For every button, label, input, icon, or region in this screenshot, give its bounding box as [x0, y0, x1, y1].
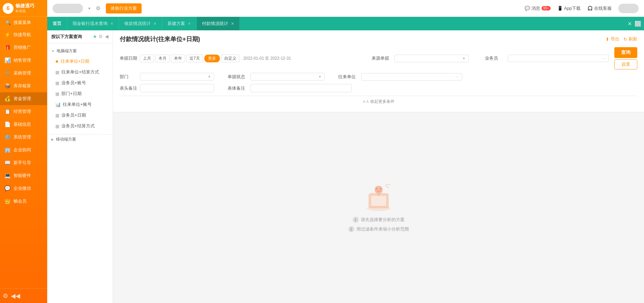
smart-hw-icon: 💻 [4, 173, 11, 179]
scheme-item-salesman-date[interactable]: ▦ 业务员+日期 [47, 110, 113, 121]
partner-select[interactable]: ··· [361, 73, 462, 81]
refresh-btn[interactable]: ↻ 刷新 [623, 36, 637, 42]
logo-icon: 6 [3, 3, 13, 14]
sidebar-item-basic-info[interactable]: 📄 基础信息 [0, 118, 47, 131]
messages-btn[interactable]: 💬 消息 99+ [525, 5, 551, 11]
desktop-expand-arrow: ▼ [51, 49, 55, 53]
svg-rect-2 [371, 196, 386, 206]
tab-close-all-icon[interactable]: ✕ [627, 21, 632, 27]
sidebar-settings-icon[interactable]: ⚙ [3, 292, 8, 300]
quick-nav-icon: ⚡ [4, 32, 11, 38]
main-area: ▾ ⚙ 体验行业方案 💬 消息 99+ 📱 App下载 🎧 在线客服 首页 [47, 0, 644, 303]
doc-status-select[interactable]: ▾ [251, 73, 325, 81]
header-settings-icon[interactable]: ⚙ [96, 5, 100, 11]
purchase-icon: 🛒 [4, 70, 11, 76]
sidebar-item-marketing[interactable]: 🎁 营销推广 [0, 41, 47, 54]
top-header: ▾ ⚙ 体验行业方案 💬 消息 99+ 📱 App下载 🎧 在线客服 [47, 0, 644, 17]
tab-close-pay-stats[interactable]: ✕ [231, 22, 234, 26]
system-icon: ⚙️ [4, 134, 11, 140]
sidebar-footer: ⚙ ◀◀ [0, 289, 47, 303]
left-scheme-panel: 按以下方案查询 + ⚙ ◀ ▼ 电脑端方案 ● 往来单位+日期 ▦ [47, 30, 113, 303]
body-note-input[interactable] [251, 84, 352, 92]
add-scheme-icon[interactable]: + [93, 34, 96, 40]
svg-point-6 [380, 188, 381, 189]
mobile-scheme-group: ▶ 移动端方案 [47, 134, 113, 144]
desktop-scheme-group: ▼ 电脑端方案 ● 往来单位+日期 ▦ 往来单位+结算方式 ▦ 业务员+账号 ▦ [47, 43, 113, 134]
tab-new-scheme[interactable]: 新建方案 ✕ [162, 17, 197, 30]
scheme-item-unit-date[interactable]: ● 往来单位+日期 [47, 56, 113, 67]
dept-chevron: ▾ [208, 74, 210, 79]
message-icon: 💬 [525, 6, 530, 11]
date-btn-this-month[interactable]: 本月 [155, 55, 170, 62]
online-service-btn[interactable]: 🎧 在线客服 [587, 5, 612, 11]
svg-point-5 [376, 188, 377, 189]
query-btn[interactable]: 查询 [614, 47, 637, 58]
sidebar-item-wechat[interactable]: 💬 企业微信 [0, 182, 47, 195]
sidebar-item-newbie[interactable]: 📖 新手引导 [0, 156, 47, 169]
tab-home[interactable]: 首页 [47, 17, 67, 30]
scheme-icon-3: 📊 [55, 102, 61, 107]
scheme-icon-1: ▦ [55, 81, 59, 86]
scheme-item-salesman-acct[interactable]: ▦ 业务员+账号 [47, 78, 113, 88]
export-btn[interactable]: ⬆ 导出 [606, 36, 619, 42]
collapse-more-conditions-btn[interactable]: ∧∧ 收起更多条件 [120, 96, 637, 107]
tab-close-payment-stats[interactable]: ✕ [153, 22, 156, 26]
app-download-btn[interactable]: 📱 App下载 [557, 5, 581, 11]
source-doc-select[interactable]: ▾ [394, 55, 469, 62]
sidebar-item-finance[interactable]: 💰 资金管理 [0, 92, 47, 105]
sidebar-item-purchase[interactable]: 🛒 采购管理 [0, 67, 47, 80]
filter-title-bar: 付款情况统计(往来单位+日期) ⬆ 导出 ↻ 刷新 [120, 35, 637, 43]
sidebar-item-system[interactable]: ⚙️ 系统管理 [0, 131, 47, 144]
sidebar-nav: ⚡ 快捷导航 🎁 营销推广 📊 销售管理 🛒 采购管理 📦 库存核算 💰 资金管… [0, 28, 47, 289]
sidebar-collapse-icon[interactable]: ◀◀ [11, 292, 20, 300]
empty-hint-1: 1 请先选择要分析的方案 [353, 217, 405, 223]
user-avatar[interactable] [618, 4, 639, 13]
scheme-settings-icon[interactable]: ⚙ [98, 34, 103, 40]
filter-setting-btn[interactable]: 设置 [614, 59, 637, 69]
empty-state: 1 请先选择要分析的方案 2 用过滤条件来缩小分析范围 [113, 112, 644, 303]
phone-icon: 📱 [557, 6, 563, 11]
dept-select[interactable]: ▾ [140, 73, 214, 81]
tab-close-bank-flow[interactable]: ✕ [110, 22, 113, 26]
date-btn-more[interactable]: 更多 [204, 55, 220, 62]
logo-text: 畅捷通巧 标准版 [16, 3, 34, 13]
sidebar-item-sales[interactable]: 📊 销售管理 [0, 54, 47, 67]
scheme-item-dept-date[interactable]: ▦ 部门+日期 [47, 88, 113, 99]
sidebar-item-member[interactable]: 👑 畅会员 [0, 195, 47, 208]
salesman-select[interactable]: ··· [508, 55, 609, 62]
search-menu-item[interactable]: 🔍 搜索菜单 [0, 17, 47, 28]
scheme-active-icon: ● [55, 58, 59, 64]
tab-pay-stats[interactable]: 付款情况统计 ✕ [197, 17, 240, 30]
scheme-item-salesman-settle[interactable]: ▦ 业务员+结算方式 [47, 121, 113, 131]
scheme-item-unit-settle[interactable]: ▦ 往来单位+结算方式 [47, 67, 113, 78]
tab-payment-stats[interactable]: 收款情况统计 ✕ [119, 17, 162, 30]
basic-info-icon: 📄 [4, 121, 11, 127]
scheme-collapse-icon[interactable]: ◀ [105, 34, 109, 40]
title-actions: ⬆ 导出 ↻ 刷新 [606, 36, 637, 42]
sidebar-item-quick-nav[interactable]: ⚡ 快捷导航 [0, 28, 47, 41]
svg-point-3 [375, 186, 383, 194]
sidebar-item-smart-hw[interactable]: 💻 智能硬件 [0, 169, 47, 182]
desktop-scheme-group-title[interactable]: ▼ 电脑端方案 [47, 46, 113, 56]
filter-row-1: 单据日期 上月 本月 本年 近7天 更多 自定义 2022-01-01 至 20… [120, 47, 637, 69]
newbie-icon: 📖 [4, 160, 11, 166]
sidebar-item-operations[interactable]: 📋 经营管理 [0, 105, 47, 118]
header-note-input[interactable] [140, 84, 214, 92]
tab-bank-flow[interactable]: 现金银行流水查询 ✕ [67, 17, 119, 30]
trial-industry-btn[interactable]: 体验行业方案 [106, 3, 142, 13]
date-btn-last-month[interactable]: 上月 [140, 55, 154, 62]
scheme-item-unit-acct[interactable]: 📊 往来单位+账号 [47, 99, 113, 110]
date-btn-custom[interactable]: 自定义 [221, 55, 239, 62]
user-dropdown-arrow[interactable]: ▾ [88, 6, 90, 11]
wechat-icon: 💬 [4, 185, 11, 191]
collapse-arrow-icon: ∧∧ [362, 99, 370, 104]
sidebar-item-company[interactable]: 🏢 企业协同 [0, 144, 47, 156]
mobile-scheme-group-title[interactable]: ▶ 移动端方案 [47, 134, 113, 144]
sidebar-item-inventory[interactable]: 📦 库存核算 [0, 80, 47, 92]
tab-close-new-scheme[interactable]: ✕ [188, 22, 191, 26]
date-btn-this-year[interactable]: 本年 [171, 55, 185, 62]
header-right-actions: 💬 消息 99+ 📱 App下载 🎧 在线客服 [525, 4, 639, 13]
finance-icon: 💰 [4, 96, 11, 102]
date-btn-7days[interactable]: 近7天 [186, 55, 203, 62]
tab-maximize-icon[interactable]: ⬜ [635, 21, 641, 27]
